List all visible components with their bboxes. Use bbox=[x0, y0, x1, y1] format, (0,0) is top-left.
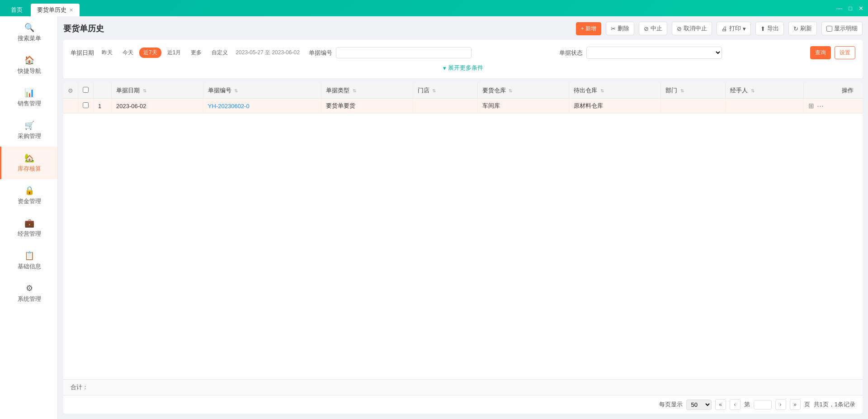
row-store bbox=[413, 99, 477, 114]
sidebar-label-sales-mgmt: 销售管理 bbox=[18, 100, 41, 108]
export-button[interactable]: ⬆ 导出 bbox=[755, 22, 784, 35]
page-number-input[interactable]: 1 bbox=[754, 400, 772, 409]
table-wrapper: ⚙ 单据日期 ⇅ 单据编号 ⇅ bbox=[63, 83, 863, 379]
page-size-select[interactable]: 50 10 20 100 bbox=[686, 400, 712, 410]
toolbar: + 新增 ✂ 删除 ⊘ 中止 ⊘ 取消中止 🖨 打印 ▾ bbox=[576, 22, 863, 35]
sidebar-item-system-mgmt[interactable]: ⚙ 系统管理 bbox=[0, 277, 57, 309]
suspend-button[interactable]: ⊘ 中止 bbox=[639, 22, 667, 35]
row-action-buttons: ⊞ ⋯ bbox=[808, 102, 858, 110]
date-btn-last7days[interactable]: 近7天 bbox=[139, 48, 161, 58]
delete-button[interactable]: ✂ 删除 bbox=[606, 22, 634, 35]
refresh-button[interactable]: ↻ 刷新 bbox=[788, 22, 817, 35]
print-icon: 🖨 bbox=[722, 25, 727, 32]
date-range-display: 2023-05-27 至 2023-06-02 bbox=[236, 49, 299, 57]
total-info: 共1页，1条记录 bbox=[814, 400, 855, 409]
document-icon: 📋 bbox=[24, 251, 34, 261]
filter-status-item: 单据状态 bbox=[559, 47, 801, 59]
sidebar-label-search-menu: 搜索菜单 bbox=[18, 34, 41, 43]
sidebar-label-system-mgmt: 系统管理 bbox=[18, 295, 41, 303]
cart-icon: 🛒 bbox=[24, 120, 34, 130]
sort-pending-warehouse-icon: ⇅ bbox=[600, 88, 604, 93]
first-page-button[interactable]: « bbox=[715, 399, 726, 410]
display-detail-checkbox[interactable] bbox=[826, 26, 832, 32]
filter-area: 单据日期 昨天 今天 近7天 近1月 更多 自定义 2023-05-27 至 2… bbox=[63, 40, 863, 78]
col-department[interactable]: 部门 ⇅ bbox=[661, 83, 726, 99]
sidebar-item-finance-mgmt[interactable]: 🔒 资金管理 bbox=[0, 179, 57, 212]
date-btn-more[interactable]: 更多 bbox=[187, 48, 206, 58]
col-store[interactable]: 门店 ⇅ bbox=[413, 83, 477, 99]
tab-requisition-history[interactable]: 要货单历史 ✕ bbox=[31, 4, 80, 16]
sidebar-label-purchase-mgmt: 采购管理 bbox=[18, 132, 41, 140]
print-button[interactable]: 🖨 打印 ▾ bbox=[717, 22, 751, 35]
row-doc-number: YH-20230602-0 bbox=[203, 99, 321, 114]
search-icon: 🔍 bbox=[24, 23, 34, 33]
row-more-icon[interactable]: ⋯ bbox=[817, 102, 824, 110]
sidebar-item-quick-nav[interactable]: 🏠 快捷导航 bbox=[0, 49, 57, 81]
row-checkbox[interactable] bbox=[83, 102, 89, 108]
sort-doc-number-icon: ⇅ bbox=[234, 88, 238, 93]
window-controls: — □ ✕ bbox=[836, 5, 863, 12]
date-btn-today[interactable]: 今天 bbox=[118, 48, 137, 58]
page-size-label: 每页显示 bbox=[659, 400, 683, 409]
doc-number-link[interactable]: YH-20230602-0 bbox=[208, 103, 250, 110]
settings-button[interactable]: 设置 bbox=[835, 46, 855, 59]
sidebar-item-operation-mgmt[interactable]: 💼 经营管理 bbox=[0, 212, 57, 244]
date-filter-buttons: 昨天 今天 近7天 近1月 更多 自定义 bbox=[98, 48, 232, 58]
col-doc-type[interactable]: 单据类型 ⇅ bbox=[321, 83, 413, 99]
date-btn-custom[interactable]: 自定义 bbox=[208, 48, 232, 58]
minimize-button[interactable]: — bbox=[836, 5, 842, 12]
col-pending-warehouse[interactable]: 待出仓库 ⇅ bbox=[569, 83, 661, 99]
filter-row-1: 单据日期 昨天 今天 近7天 近1月 更多 自定义 2023-05-27 至 2… bbox=[71, 46, 855, 59]
main-layout: 🔍 搜索菜单 🏠 快捷导航 📊 销售管理 🛒 采购管理 🏡 库存核算 🔒 资金管… bbox=[0, 16, 868, 419]
row-pending-warehouse: 原材料仓库 bbox=[569, 99, 661, 114]
row-actions-cell: ⊞ ⋯ bbox=[803, 99, 863, 114]
filter-row-expand: ▾ 展开更多条件 bbox=[71, 64, 855, 72]
close-button[interactable]: ✕ bbox=[859, 5, 863, 12]
status-select[interactable] bbox=[586, 47, 722, 59]
sidebar: 🔍 搜索菜单 🏠 快捷导航 📊 销售管理 🛒 采购管理 🏡 库存核算 🔒 资金管… bbox=[0, 16, 58, 419]
col-doc-date[interactable]: 单据日期 ⇅ bbox=[112, 83, 203, 99]
col-handler[interactable]: 经手人 ⇅ bbox=[725, 83, 803, 99]
sidebar-item-inventory-mgmt[interactable]: 🏡 库存核算 bbox=[0, 147, 57, 179]
next-page-button[interactable]: › bbox=[775, 399, 786, 410]
expand-more-btn[interactable]: ▾ 展开更多条件 bbox=[443, 64, 483, 72]
row-doc-type: 要货单要货 bbox=[321, 99, 413, 114]
suspend-icon: ⊘ bbox=[644, 25, 649, 32]
lock-icon: 🔒 bbox=[24, 186, 34, 195]
add-button[interactable]: + 新增 bbox=[576, 22, 601, 35]
sidebar-item-search-menu[interactable]: 🔍 搜索菜单 bbox=[0, 16, 57, 49]
doc-number-input[interactable] bbox=[336, 47, 472, 58]
sidebar-item-purchase-mgmt[interactable]: 🛒 采购管理 bbox=[0, 114, 57, 147]
sidebar-item-sales-mgmt[interactable]: 📊 销售管理 bbox=[0, 81, 57, 114]
search-button[interactable]: 查询 bbox=[810, 46, 831, 59]
content-area: 要货单历史 + 新增 ✂ 删除 ⊘ 中止 ⊘ 取消中止 🖨 打印 bbox=[58, 16, 868, 419]
col-doc-number[interactable]: 单据编号 ⇅ bbox=[203, 83, 321, 99]
tab-bar: 首页 要货单历史 ✕ bbox=[5, 0, 836, 16]
date-btn-yesterday[interactable]: 昨天 bbox=[98, 48, 117, 58]
maximize-button[interactable]: □ bbox=[849, 5, 852, 12]
date-btn-last1month[interactable]: 近1月 bbox=[163, 48, 185, 58]
col-actions: 操作 bbox=[803, 83, 863, 99]
sidebar-item-basic-info[interactable]: 📋 基础信息 bbox=[0, 244, 57, 277]
select-all-checkbox[interactable] bbox=[83, 87, 89, 93]
sidebar-label-operation-mgmt: 经营管理 bbox=[18, 230, 41, 238]
display-detail-checkbox-label[interactable]: 显示明细 bbox=[821, 22, 863, 35]
last-page-button[interactable]: » bbox=[790, 399, 801, 410]
page-label-before: 第 bbox=[744, 400, 750, 409]
sidebar-label-inventory-mgmt: 库存核算 bbox=[18, 165, 41, 173]
sort-store-icon: ⇅ bbox=[432, 88, 436, 93]
refresh-icon: ↻ bbox=[793, 25, 798, 32]
summary-label: 合计： bbox=[71, 383, 88, 391]
page-header: 要货单历史 + 新增 ✂ 删除 ⊘ 中止 ⊘ 取消中止 🖨 打印 bbox=[63, 22, 863, 35]
sort-req-warehouse-icon: ⇅ bbox=[509, 88, 512, 93]
row-edit-icon[interactable]: ⊞ bbox=[808, 102, 814, 110]
col-req-warehouse[interactable]: 要货仓库 ⇅ bbox=[477, 83, 569, 99]
sidebar-label-finance-mgmt: 资金管理 bbox=[18, 197, 41, 205]
sort-department-icon: ⇅ bbox=[680, 88, 684, 93]
col-settings[interactable]: ⚙ bbox=[63, 83, 78, 99]
tab-close-icon[interactable]: ✕ bbox=[69, 7, 73, 13]
cancel-suspend-button[interactable]: ⊘ 取消中止 bbox=[672, 22, 712, 35]
tab-home[interactable]: 首页 bbox=[5, 4, 29, 16]
prev-page-button[interactable]: ‹ bbox=[730, 399, 741, 410]
data-table: ⚙ 单据日期 ⇅ 单据编号 ⇅ bbox=[63, 83, 863, 114]
